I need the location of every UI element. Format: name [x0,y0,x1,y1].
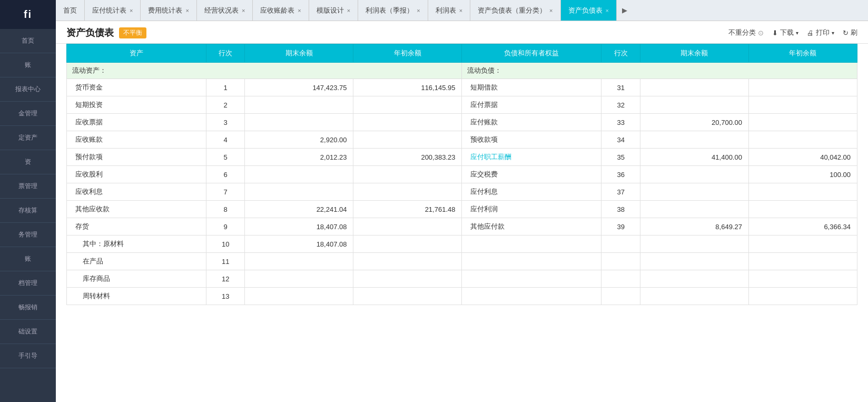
asset-row-num: 3 [206,114,245,131]
liability-begin-balance [748,131,857,149]
asset-row-num: 9 [206,218,245,236]
tab-close-business-status[interactable]: × [242,7,245,14]
sidebar-item-ledger[interactable]: 账 [0,247,56,271]
table-row: 应收票据 3 应付账款 33 20,700.00 [67,114,857,131]
tab-expense-summary[interactable]: 费用统计表 × [141,0,196,21]
tab-profit[interactable]: 利润表 × [428,0,470,21]
liability-name: 预收款项 [462,131,601,149]
asset-end-balance [245,96,353,114]
tab-ar-aging[interactable]: 应收账龄表 × [253,0,309,21]
asset-row-num: 1 [206,79,245,96]
balance-sheet-table: 资产 行次 期末余额 年初余额 负债和所有者权益 行次 期末余额 年初余额 流动… [66,44,857,305]
tab-profit-quarterly[interactable]: 利润表（季报） × [358,0,428,21]
liability-name: 应交税费 [462,166,601,183]
asset-row-num: 12 [206,270,245,288]
asset-row-num: 8 [206,201,245,218]
tab-close-ap-summary[interactable]: × [130,7,133,14]
tab-close-balance-reclassified[interactable]: × [549,7,553,14]
col-header-end-right: 期末余额 [640,44,748,63]
liability-begin-balance [748,201,857,218]
asset-row-num: 5 [206,149,245,166]
liability-begin-balance: 6,366.34 [748,218,857,236]
print-label: 打印 [816,28,830,37]
tab-template-design[interactable]: 模版设计 × [309,0,358,21]
tab-balance-sheet[interactable]: 资产负债表 × [561,0,617,21]
sidebar-item-capital[interactable]: 资 [0,150,56,174]
asset-begin-balance [353,218,462,236]
sidebar-item-account[interactable]: 账 [0,53,56,77]
table-row: 在产品 11 [67,253,857,270]
asset-name: 应收票据 [67,114,206,131]
left-section-label: 流动资产： [67,63,462,79]
sidebar-item-settings[interactable]: 础设置 [0,320,56,344]
table-row: 应收股利 6 应交税费 36 100.00 [67,166,857,183]
liability-name: 应付票据 [462,96,601,114]
liability-row-num [601,253,640,270]
liability-name [462,236,601,253]
sidebar-item-reports[interactable]: 报表中心 [0,77,56,102]
asset-row-num: 2 [206,96,245,114]
sidebar-item-tickets[interactable]: 票管理 [0,174,56,199]
asset-row-num: 6 [206,166,245,183]
refresh-action[interactable]: ↻ 刷 [843,28,857,37]
liability-name [462,253,601,270]
sidebar-item-home[interactable]: 首页 [0,29,56,53]
liability-row-num [601,270,640,288]
liability-name [462,288,601,305]
asset-end-balance [245,183,353,201]
liability-begin-balance [748,79,857,96]
asset-name: 其中：原材料 [67,236,206,253]
liability-end-balance [640,236,748,253]
asset-begin-balance [353,96,462,114]
sidebar-item-inventory[interactable]: 存核算 [0,199,56,223]
liability-name: 应付账款 [462,114,601,131]
asset-row-num: 7 [206,183,245,201]
sidebar-item-assets[interactable]: 定资产 [0,126,56,150]
liability-row-num: 37 [601,183,640,201]
asset-name: 应收账款 [67,131,206,149]
liability-name: 其他应付款 [462,218,601,236]
sidebar-item-business[interactable]: 务管理 [0,223,56,247]
tab-close-template-design[interactable]: × [347,7,350,14]
asset-begin-balance [353,236,462,253]
tab-close-expense-summary[interactable]: × [185,7,189,14]
col-header-begin-right: 年初余额 [748,44,857,63]
tab-close-profit-quarterly[interactable]: × [417,7,420,14]
tab-balance-reclassified[interactable]: 资产负债表（重分类） × [470,0,560,21]
tab-close-balance-sheet[interactable]: × [606,7,609,14]
liability-row-num: 38 [601,201,640,218]
classify-label: 不重分类 [728,28,756,37]
table-row: 其他应收款 8 22,241.04 21,761.48 应付利润 38 [67,201,857,218]
print-chevron-icon[interactable]: ▾ [832,30,834,36]
asset-name: 短期投资 [67,96,206,114]
asset-begin-balance: 200,383.23 [353,149,462,166]
print-action[interactable]: 🖨 打印 ▾ [807,28,834,37]
liability-row-num: 32 [601,96,640,114]
sidebar-item-expense[interactable]: 畅报销 [0,296,56,320]
download-chevron-icon[interactable]: ▾ [796,30,798,36]
liability-begin-balance [748,288,857,305]
classify-help-icon[interactable]: ⊙ [758,29,764,37]
asset-row-num: 11 [206,253,245,270]
sidebar-item-files[interactable]: 档管理 [0,271,56,296]
liability-end-balance [640,183,748,201]
asset-end-balance: 147,423.75 [245,79,353,96]
tab-close-ar-aging[interactable]: × [298,7,301,14]
liability-name: 应付利润 [462,201,601,218]
tab-scroll-right[interactable]: ▶ [617,6,633,14]
sidebar-item-finance[interactable]: 金管理 [0,102,56,126]
asset-row-num: 4 [206,131,245,149]
download-action[interactable]: ⬇ 下载 ▾ [772,28,798,37]
tab-ap-summary[interactable]: 应付统计表 × [85,0,141,21]
download-icon: ⬇ [772,29,778,37]
tab-bar: 首页 应付统计表 × 费用统计表 × 经营状况表 × 应收账龄表 × 模版设计 … [56,0,868,21]
asset-name: 存货 [67,218,206,236]
liability-end-balance: 41,400.00 [640,149,748,166]
tab-home[interactable]: 首页 [56,0,85,21]
liability-row-num: 34 [601,131,640,149]
tab-business-status[interactable]: 经营状况表 × [197,0,253,21]
sidebar-item-guide[interactable]: 手引导 [0,344,56,368]
asset-name: 应收股利 [67,166,206,183]
classify-action[interactable]: 不重分类 ⊙ [728,28,764,37]
tab-close-profit[interactable]: × [459,7,462,14]
